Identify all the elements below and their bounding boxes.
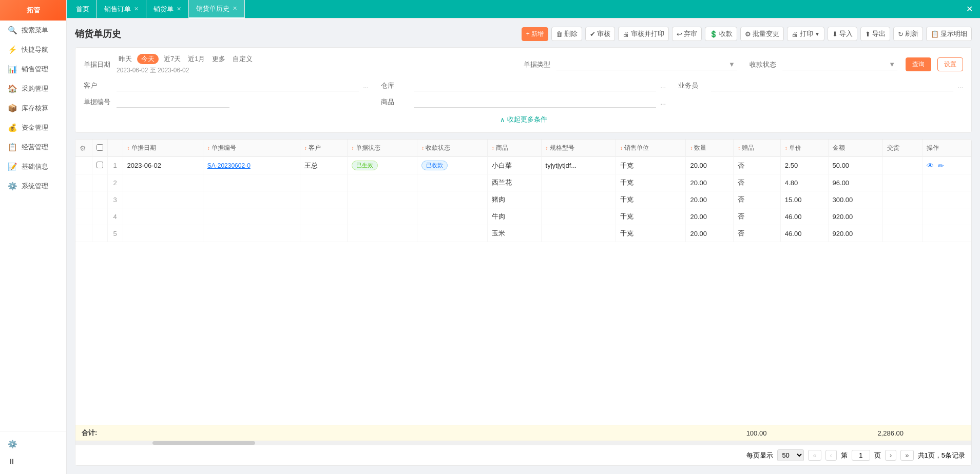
th-doc-date[interactable]: 单据日期 <box>123 140 203 157</box>
warehouse-input[interactable] <box>414 80 656 91</box>
row-gift: 否 <box>734 225 781 242</box>
th-gear: ⚙ <box>75 140 92 157</box>
table-gear-icon[interactable]: ⚙ <box>80 144 86 152</box>
select-all-checkbox[interactable] <box>97 144 103 151</box>
sidebar-item-settings[interactable]: ⚙️ <box>0 436 66 453</box>
filter-row-1: 单据日期 昨天 今天 近7天 近1月 更多 自定义 2023-06-02 至 2… <box>84 54 963 75</box>
doc-no-link[interactable]: SA-20230602-0 <box>207 162 251 169</box>
salesperson-input[interactable] <box>711 80 953 91</box>
tab-sales-history[interactable]: 销货单历史 ✕ <box>189 0 245 18</box>
prev-page-btn[interactable]: ‹ <box>825 450 837 461</box>
sidebar-item-system[interactable]: ⚙️ 系统管理 <box>0 176 66 196</box>
sidebar-item-finance[interactable]: 💰 资金管理 <box>0 118 66 137</box>
query-button[interactable]: 查询 <box>906 57 931 71</box>
show-detail-button[interactable]: 📋 显示明细 <box>926 27 972 41</box>
summary-label: 合计: <box>82 428 97 438</box>
edit-action-icon[interactable]: ✏ <box>938 162 944 170</box>
filter-date: 单据日期 昨天 今天 近7天 近1月 更多 自定义 2023-06-02 至 2… <box>84 54 511 75</box>
th-goods[interactable]: 商品 <box>487 140 541 157</box>
print-dropdown-icon: ▼ <box>815 31 820 37</box>
settings-button[interactable]: 设置 <box>937 57 963 71</box>
warehouse-ellipsis[interactable]: ... <box>660 82 666 90</box>
filter-row-2: 客户 ... 仓库 ... 业务员 ... <box>84 80 963 91</box>
th-customer[interactable]: 客户 <box>300 140 347 157</box>
table-row: 4牛肉千克20.00否46.00920.00 <box>75 208 971 225</box>
row-gear-cell <box>75 225 92 242</box>
sidebar-item-basic[interactable]: 📝 基础信息 <box>0 157 66 176</box>
horizontal-scrollbar[interactable] <box>75 441 971 445</box>
scrollbar-thumb[interactable] <box>152 441 255 445</box>
sidebar-item-inventory[interactable]: 📦 库存核算 <box>0 98 66 118</box>
sidebar-item-operation[interactable]: 📋 经营管理 <box>0 137 66 157</box>
sidebar-item-pause[interactable]: ⏸ <box>0 453 66 470</box>
row-transaction <box>882 208 922 225</box>
shortcut-1month[interactable]: 近1月 <box>186 54 207 64</box>
import-button[interactable]: ⬇ 导入 <box>828 27 857 41</box>
sidebar: 拓管 🔍 搜索菜单 ⚡ 快捷导航 📊 销售管理 🏠 采购管理 📦 库存核算 💰 … <box>0 0 67 474</box>
th-spec[interactable]: 规格型号 <box>541 140 616 157</box>
tab-sales-delivery[interactable]: 销货单 ✕ <box>146 0 189 18</box>
next-page-btn[interactable]: › <box>885 450 896 461</box>
per-page-select[interactable]: 20 50 100 <box>777 449 804 461</box>
th-price[interactable]: 单价 <box>780 140 828 157</box>
tab-close-sales-delivery[interactable]: ✕ <box>177 6 181 12</box>
doc-no-input[interactable] <box>117 96 229 108</box>
shortcut-more[interactable]: 更多 <box>210 54 227 64</box>
row-checkbox[interactable] <box>97 162 103 168</box>
delete-button[interactable]: 🗑 删除 <box>551 27 582 41</box>
tabbar-close-all[interactable]: ✕ <box>961 4 978 14</box>
add-button[interactable]: + 新增 <box>522 27 548 41</box>
operation-icon: 📋 <box>8 143 17 152</box>
page-input[interactable] <box>852 450 870 461</box>
audit-print-button[interactable]: 🖨 审核并打印 <box>618 27 669 41</box>
table-row: 5玉米千克20.00否46.00920.00 <box>75 225 971 242</box>
shortcut-today[interactable]: 今天 <box>137 54 159 64</box>
row-goods: 牛肉 <box>487 208 541 225</box>
audit-button[interactable]: ✔ 审核 <box>585 27 615 41</box>
tab-close-sales-history[interactable]: ✕ <box>233 5 237 12</box>
sidebar-item-quick-nav[interactable]: ⚡ 快捷导航 <box>0 40 66 60</box>
export-button[interactable]: ⬆ 导出 <box>860 27 890 41</box>
collect-button[interactable]: 💲 收款 <box>705 27 737 41</box>
collect-status-select[interactable]: ▼ <box>782 59 897 70</box>
th-unit[interactable]: 销售单位 <box>616 140 686 157</box>
row-amount: 920.00 <box>828 208 882 225</box>
shortcut-custom[interactable]: 自定义 <box>230 54 255 64</box>
view-action-icon[interactable]: 👁 <box>927 162 934 170</box>
last-page-btn[interactable]: » <box>900 450 913 461</box>
sidebar-item-sales[interactable]: 📊 销售管理 <box>0 60 66 79</box>
per-page-label: 每页显示 <box>746 451 773 460</box>
tab-home[interactable]: 首页 <box>69 0 97 18</box>
collapse-button[interactable]: ∧ 收起更多条件 <box>500 113 547 126</box>
refresh-button[interactable]: ↻ 刷新 <box>893 27 923 41</box>
customer-ellipsis[interactable]: ... <box>363 82 369 90</box>
th-gift[interactable]: 赠品 <box>734 140 781 157</box>
customer-input[interactable] <box>117 80 359 91</box>
page-title: 销货单历史 <box>75 28 121 40</box>
th-collect-status[interactable]: 收款状态 <box>417 140 488 157</box>
tab-close-sales-order[interactable]: ✕ <box>134 6 139 12</box>
shortcut-7days[interactable]: 近7天 <box>162 54 183 64</box>
first-page-btn[interactable]: « <box>808 450 821 461</box>
print-button[interactable]: 🖨 打印 ▼ <box>787 27 824 41</box>
export-icon: ⬆ <box>865 30 871 38</box>
batch-change-button[interactable]: ⚙ 批量变更 <box>740 27 784 41</box>
summary-row: 合计: 100.00 2,286.00 <box>75 425 971 441</box>
th-qty[interactable]: 数量 <box>686 140 734 157</box>
sidebar-item-search-menu[interactable]: 🔍 搜索菜单 <box>0 21 66 40</box>
th-doc-status[interactable]: 单据状态 <box>347 140 417 157</box>
goods-ellipsis[interactable]: ... <box>660 98 666 106</box>
goods-input[interactable] <box>414 96 656 108</box>
tab-sales-order[interactable]: 销售订单 ✕ <box>97 0 146 18</box>
row-spec <box>541 225 616 242</box>
row-unit: 千克 <box>616 174 686 191</box>
shortcut-yesterday[interactable]: 昨天 <box>117 54 134 64</box>
filter-goods: 商品 ... <box>381 96 666 108</box>
salesperson-ellipsis[interactable]: ... <box>957 82 963 90</box>
abandon-button[interactable]: ↩ 弃审 <box>672 27 702 41</box>
row-gift: 否 <box>734 191 781 208</box>
search-menu-icon: 🔍 <box>8 26 17 35</box>
th-doc-no[interactable]: 单据编号 <box>203 140 300 157</box>
sidebar-item-purchase[interactable]: 🏠 采购管理 <box>0 79 66 98</box>
doc-type-select[interactable]: ▼ <box>556 59 737 70</box>
